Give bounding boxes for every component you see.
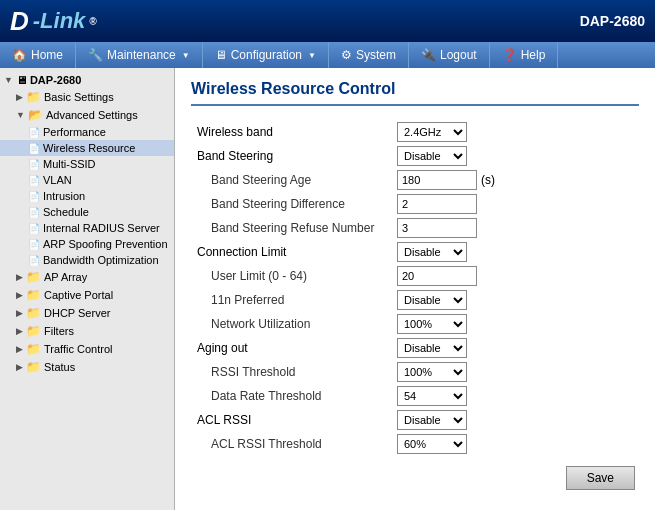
wireless-band-select[interactable]: 2.4GHz 5GHz: [397, 122, 467, 142]
filters-folder-icon: 📁: [26, 324, 41, 338]
configuration-icon: 🖥: [215, 48, 227, 62]
band-steering-row: Band Steering Disable Enable: [191, 144, 639, 168]
sidebar-item-advanced-settings[interactable]: ▼ 📂 Advanced Settings: [0, 106, 174, 124]
filters-expand-icon: ▶: [16, 326, 23, 336]
sidebar: ▼ 🖥 DAP-2680 ▶ 📁 Basic Settings ▼ 📂 Adva…: [0, 68, 175, 510]
settings-table: Wireless band 2.4GHz 5GHz Band Steering …: [191, 120, 639, 456]
band-steering-diff-value-cell: [391, 192, 639, 216]
sidebar-item-intrusion[interactable]: 📄 Intrusion: [0, 188, 174, 204]
rssi-threshold-select[interactable]: 100% 90% 80%: [397, 362, 467, 382]
sidebar-item-performance[interactable]: 📄 Performance: [0, 124, 174, 140]
sidebar-item-filters[interactable]: ▶ 📁 Filters: [0, 322, 174, 340]
traffic-expand-icon: ▶: [16, 344, 23, 354]
data-rate-select[interactable]: 54 48 36: [397, 386, 467, 406]
advanced-folder-icon: 📂: [28, 108, 43, 122]
wireless-resource-page-icon: 📄: [28, 143, 40, 154]
acl-rssi-select[interactable]: Disable Enable: [397, 410, 467, 430]
sidebar-item-traffic-control[interactable]: ▶ 📁 Traffic Control: [0, 340, 174, 358]
sidebar-arp-spoofing-label: ARP Spoofing Prevention: [43, 238, 168, 250]
aging-out-value-cell: Disable Enable: [391, 336, 639, 360]
sidebar-traffic-label: Traffic Control: [44, 343, 112, 355]
sidebar-bandwidth-opt-label: Bandwidth Optimization: [43, 254, 159, 266]
network-util-select[interactable]: 100% 90% 80%: [397, 314, 467, 334]
band-steering-refuse-input[interactable]: [397, 218, 477, 238]
band-steering-age-value-cell: (s): [391, 168, 639, 192]
page-title: Wireless Resource Control: [191, 80, 639, 106]
acl-rssi-threshold-select[interactable]: 60% 50% 40%: [397, 434, 467, 454]
sidebar-item-wireless-resource[interactable]: 📄 Wireless Resource: [0, 140, 174, 156]
sidebar-item-arp-spoofing[interactable]: 📄 ARP Spoofing Prevention: [0, 236, 174, 252]
nav-logout[interactable]: 🔌 Logout: [409, 42, 490, 68]
navbar: 🏠 Home 🔧 Maintenance ▼ 🖥 Configuration ▼…: [0, 42, 655, 68]
nav-help[interactable]: ❓ Help: [490, 42, 559, 68]
sidebar-internal-radius-label: Internal RADIUS Server: [43, 222, 160, 234]
content-area: Wireless Resource Control Wireless band …: [175, 68, 655, 510]
header: D-Link® DAP-2680: [0, 0, 655, 42]
sidebar-multi-ssid-label: Multi-SSID: [43, 158, 96, 170]
sidebar-item-captive-portal[interactable]: ▶ 📁 Captive Portal: [0, 286, 174, 304]
save-button[interactable]: Save: [566, 466, 635, 490]
preferred-11n-select[interactable]: Disable Enable: [397, 290, 467, 310]
captive-portal-folder-icon: 📁: [26, 288, 41, 302]
sidebar-item-status[interactable]: ▶ 📁 Status: [0, 358, 174, 376]
connection-limit-select[interactable]: Disable Enable: [397, 242, 467, 262]
nav-home-label: Home: [31, 48, 63, 62]
sidebar-item-multi-ssid[interactable]: 📄 Multi-SSID: [0, 156, 174, 172]
sidebar-vlan-label: VLAN: [43, 174, 72, 186]
nav-maintenance[interactable]: 🔧 Maintenance ▼: [76, 42, 203, 68]
band-steering-age-label: Band Steering Age: [191, 168, 391, 192]
sidebar-root-label: DAP-2680: [30, 74, 81, 86]
acl-rssi-threshold-label: ACL RSSI Threshold: [191, 432, 391, 456]
sidebar-item-basic-settings[interactable]: ▶ 📁 Basic Settings: [0, 88, 174, 106]
acl-rssi-threshold-row: ACL RSSI Threshold 60% 50% 40%: [191, 432, 639, 456]
multi-ssid-page-icon: 📄: [28, 159, 40, 170]
band-steering-age-input[interactable]: [397, 170, 477, 190]
system-icon: ⚙: [341, 48, 352, 62]
nav-system[interactable]: ⚙ System: [329, 42, 409, 68]
sidebar-ap-array-label: AP Array: [44, 271, 87, 283]
rssi-threshold-value-cell: 100% 90% 80%: [391, 360, 639, 384]
band-steering-value-cell: Disable Enable: [391, 144, 639, 168]
sidebar-item-internal-radius[interactable]: 📄 Internal RADIUS Server: [0, 220, 174, 236]
advanced-expand-icon: ▼: [16, 110, 25, 120]
band-steering-select[interactable]: Disable Enable: [397, 146, 467, 166]
nav-home[interactable]: 🏠 Home: [0, 42, 76, 68]
nav-configuration-label: Configuration: [231, 48, 302, 62]
rssi-threshold-row: RSSI Threshold 100% 90% 80%: [191, 360, 639, 384]
user-limit-value-cell: [391, 264, 639, 288]
band-steering-diff-label: Band Steering Difference: [191, 192, 391, 216]
home-icon: 🏠: [12, 48, 27, 62]
sidebar-item-root[interactable]: ▼ 🖥 DAP-2680: [0, 72, 174, 88]
sidebar-item-schedule[interactable]: 📄 Schedule: [0, 204, 174, 220]
preferred-11n-value-cell: Disable Enable: [391, 288, 639, 312]
model-name: DAP-2680: [580, 13, 645, 29]
help-icon: ❓: [502, 48, 517, 62]
data-rate-row: Data Rate Threshold 54 48 36: [191, 384, 639, 408]
status-folder-icon: 📁: [26, 360, 41, 374]
acl-rssi-label: ACL RSSI: [191, 408, 391, 432]
sidebar-basic-label: Basic Settings: [44, 91, 114, 103]
sidebar-item-ap-array[interactable]: ▶ 📁 AP Array: [0, 268, 174, 286]
band-steering-diff-input[interactable]: [397, 194, 477, 214]
ap-array-folder-icon: 📁: [26, 270, 41, 284]
sidebar-schedule-label: Schedule: [43, 206, 89, 218]
preferred-11n-label: 11n Preferred: [191, 288, 391, 312]
aging-out-select[interactable]: Disable Enable: [397, 338, 467, 358]
rssi-threshold-label: RSSI Threshold: [191, 360, 391, 384]
sidebar-item-vlan[interactable]: 📄 VLAN: [0, 172, 174, 188]
connection-limit-label: Connection Limit: [191, 240, 391, 264]
wireless-band-label: Wireless band: [191, 120, 391, 144]
aging-out-label: Aging out: [191, 336, 391, 360]
user-limit-input[interactable]: [397, 266, 477, 286]
save-area: Save: [191, 466, 639, 490]
nav-configuration[interactable]: 🖥 Configuration ▼: [203, 42, 329, 68]
root-expand-icon: ▼: [4, 75, 13, 85]
sidebar-item-dhcp-server[interactable]: ▶ 📁 DHCP Server: [0, 304, 174, 322]
intrusion-page-icon: 📄: [28, 191, 40, 202]
basic-folder-icon: 📁: [26, 90, 41, 104]
band-steering-refuse-value-cell: [391, 216, 639, 240]
sidebar-item-bandwidth-opt[interactable]: 📄 Bandwidth Optimization: [0, 252, 174, 268]
aging-out-row: Aging out Disable Enable: [191, 336, 639, 360]
acl-rssi-value-cell: Disable Enable: [391, 408, 639, 432]
band-steering-label: Band Steering: [191, 144, 391, 168]
